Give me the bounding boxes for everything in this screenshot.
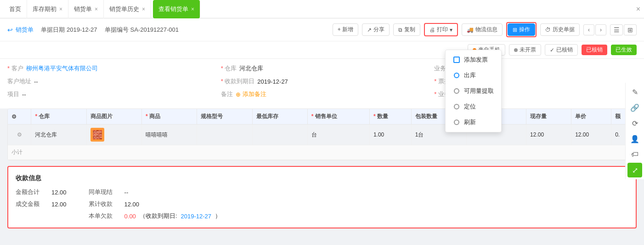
form-section: 客户 柳州粤港平安气体有限公司 仓库 河北仓库 业务员 演示账号 客户地址 --…: [0, 59, 644, 108]
locate-item[interactable]: 定位: [446, 99, 501, 114]
row-unit-price: 12.00: [571, 125, 611, 145]
sidebar-user-icon[interactable]: 👤: [627, 131, 642, 146]
balance-date: 2019-12-27: [181, 213, 211, 220]
col-warehouse: 仓库: [31, 109, 86, 125]
subtotal-label: 小计: [8, 145, 636, 160]
sidebar-link-icon[interactable]: 🔗: [627, 100, 642, 115]
close-inventory-tab[interactable]: ×: [59, 6, 62, 12]
sidebar-edit-icon[interactable]: ✎: [627, 85, 642, 99]
same-order-value: --: [124, 189, 129, 196]
add-note-button[interactable]: ⊕ 添加备注: [236, 90, 266, 98]
due-date-value: 2019-12-27: [257, 78, 288, 85]
history-button[interactable]: ⏱ 历史单据: [540, 23, 580, 36]
address-value: --: [34, 78, 38, 85]
add-note-plus-icon: ⊕: [236, 91, 241, 98]
transaction-label: 成交金额: [16, 200, 48, 208]
product-img-placeholder: 🧱: [92, 130, 102, 140]
number-label: 单据编号 SA-20191227-001: [105, 26, 179, 34]
customer-label: 客户: [7, 64, 23, 73]
list-view-button[interactable]: ☰: [610, 24, 623, 35]
new-button[interactable]: + 新增: [333, 23, 358, 36]
payment-col-left: 金额合计 12.00 成交金额 12.00: [16, 188, 67, 220]
row-product: 嘻嘻嘻嘻: [141, 125, 197, 145]
operation-dropdown: 添加发票 出库 可用量提取 定位 刷新: [445, 50, 502, 132]
product-table: ⚙ 仓库 商品图片 商品 规格型号 最低库存 销售单位 数量 包装数量 可用量 …: [7, 108, 637, 160]
next-button[interactable]: ›: [595, 24, 606, 35]
sidebar-sync-icon[interactable]: ⟳: [627, 116, 642, 131]
operation-icon: ⊞: [513, 27, 517, 33]
close-history-tab[interactable]: ×: [142, 6, 145, 12]
window-close-button[interactable]: ×: [636, 5, 640, 13]
ticket-dot-icon: [514, 48, 518, 52]
doc-meta: 单据日期 2019-12-27 单据编号 SA-20191227-001: [41, 26, 179, 34]
address-field: 客户地址 --: [7, 77, 210, 85]
form-row-3: 项目 -- 备注 ⊕ 添加备注 业务员孟 --: [7, 90, 637, 98]
note-field: 备注 ⊕ 添加备注: [221, 90, 424, 98]
row-product-img: 🧱: [86, 125, 141, 145]
row-gear-icon[interactable]: ⚙: [17, 131, 22, 138]
col-qty: 数量: [369, 109, 411, 125]
row-current-stock: 12.00: [526, 125, 571, 145]
history-icon: ⏱: [545, 27, 551, 33]
row-qty: 1.00: [369, 125, 411, 145]
col-sales-unit: 销售单位: [307, 109, 369, 125]
form-row-1: 客户 柳州粤港平安气体有限公司 仓库 河北仓库 业务员 演示账号: [7, 64, 637, 73]
sidebar-expand-icon[interactable]: ⤢: [627, 163, 642, 177]
col-product: 商品: [141, 109, 197, 125]
not-open-button[interactable]: 未开票: [509, 44, 541, 56]
tab-home[interactable]: 首页: [4, 0, 27, 18]
view-icons: ☰ ⊞: [610, 24, 637, 35]
col-spec: 规格型号: [197, 109, 252, 125]
payment-col-right: 同单现结 -- 累计收款 12.00 本单欠款 0.00 （收款到期日: 201…: [89, 188, 221, 220]
right-sidebar: ✎ 🔗 ⟳ 👤 🏷 ⤢: [625, 83, 644, 179]
sidebar-tag-icon[interactable]: 🏷: [627, 147, 642, 162]
row-gear: ⚙: [8, 125, 31, 145]
locate-icon: [453, 103, 460, 110]
share-button[interactable]: ↗ 分享: [362, 23, 390, 36]
prev-button[interactable]: ‹: [583, 24, 594, 35]
gear-header-icon: ⚙: [11, 114, 17, 120]
copy-icon: ⧉: [398, 27, 402, 33]
tab-inventory-init[interactable]: 库存期初 ×: [27, 0, 68, 18]
balance-label: 本单欠款: [89, 212, 121, 220]
form-row-2: 客户地址 -- 收款到期日 2019-12-27 票据类型 不开票: [7, 77, 637, 85]
logistics-button[interactable]: 🚚 物流信息: [462, 23, 503, 36]
confirm-button[interactable]: ✓ 已核销: [545, 44, 578, 56]
copy-button[interactable]: ⧉ 复制: [393, 23, 420, 36]
same-order-row: 同单现结 --: [89, 188, 221, 196]
tab-sales-order[interactable]: 销货单 ×: [68, 0, 104, 18]
amount-total-row: 金额合计 12.00: [16, 188, 67, 196]
print-button[interactable]: 🖨 打印 ▾: [424, 23, 458, 36]
tab-view-sales[interactable]: 查看销货单 ×: [153, 0, 200, 18]
col-current-stock: 现存量: [526, 109, 571, 125]
add-invoice-item[interactable]: 添加发票: [446, 52, 501, 68]
note-label: 备注: [221, 90, 233, 98]
balance-note: （收款到期日:: [140, 212, 177, 220]
row-min-stock: [252, 125, 307, 145]
available-qty-item[interactable]: 可用量提取: [446, 83, 501, 99]
close-view-tab[interactable]: ×: [191, 6, 194, 12]
doc-title-text: 销货单: [16, 26, 34, 34]
balance-note-end: ）: [215, 212, 221, 220]
print-icon: 🖨: [429, 27, 435, 33]
payment-title: 收款信息: [16, 174, 628, 182]
warehouse-label: 仓库: [221, 64, 237, 73]
close-sales-tab[interactable]: ×: [95, 6, 98, 12]
tab-sales-history[interactable]: 销货单历史 ×: [104, 0, 151, 18]
outbound-item[interactable]: 出库: [446, 68, 501, 83]
warehouse-field: 仓库 河北仓库: [221, 64, 424, 73]
grid-view-button[interactable]: ⊞: [624, 24, 637, 35]
row-sales-unit: 台: [307, 125, 369, 145]
col-unit-price: 单价: [571, 109, 611, 125]
print-dropdown-icon: ▾: [450, 27, 452, 33]
operation-button[interactable]: ⊞ 操作: [508, 23, 535, 36]
transaction-row: 成交金额 12.00: [16, 200, 67, 208]
customer-value[interactable]: 柳州粤港平安气体有限公司: [26, 64, 98, 73]
outbound-icon: [453, 72, 460, 79]
sub-toolbar: 来自手机 未开票 ✓ 已核销 已核销 已生效: [0, 41, 644, 59]
amount-total-value: 12.00: [51, 189, 67, 196]
add-invoice-icon: [453, 56, 460, 63]
document-header: ↩ 销货单 单据日期 2019-12-27 单据编号 SA-20191227-0…: [0, 18, 644, 41]
refresh-item[interactable]: 刷新: [446, 114, 501, 130]
table-row: ⚙ 河北仓库 🧱 嘻嘻嘻嘻 台 1.00 1台 12.00 12.00 0.: [8, 125, 636, 145]
